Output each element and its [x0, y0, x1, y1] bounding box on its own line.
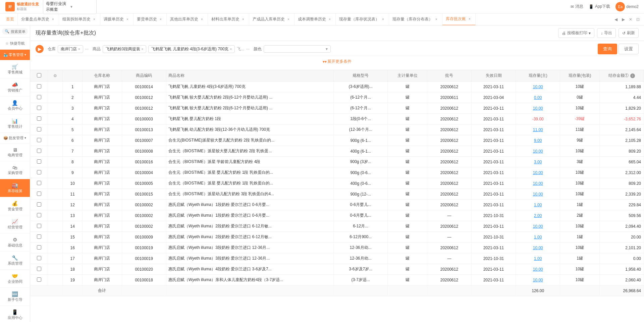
sidebar-item-ecommerce[interactable]: 🖥 电商管理 [0, 144, 30, 161]
sidebar-item-member[interactable]: 👤 会员中心 [0, 97, 30, 115]
nav-close-icon[interactable]: ✕ [627, 16, 634, 23]
row-qty-main-11[interactable]: 1.00 [516, 200, 560, 210]
close-requisition-history-icon[interactable]: × [158, 17, 163, 22]
message-action[interactable]: ✉ 消息 [571, 4, 583, 9]
row-select-6[interactable] [37, 149, 41, 153]
tab-product-in-history[interactable]: 产成品入库单历史 × [249, 13, 294, 25]
row-select-2[interactable] [37, 106, 41, 110]
user-profile[interactable]: Ea demo2 [615, 2, 639, 11]
sidebar-item-basic[interactable]: ⚙ 基础信息 [0, 233, 30, 252]
row-qty-main-0[interactable]: 10.00 [516, 82, 560, 92]
color-input[interactable]: ▾ [264, 45, 331, 53]
refresh-button[interactable]: ↺ 刷新 [619, 28, 639, 38]
row-select-14[interactable] [37, 234, 41, 239]
tab-other-out-history[interactable]: 其他出库单历史 × [167, 13, 208, 25]
sidebar-item-retail-shop[interactable]: 🛒 零售商城 [0, 60, 30, 78]
sidebar-item-retail[interactable]: 🏪 零售管理 ▼ [0, 50, 30, 60]
row-select-18[interactable] [37, 277, 41, 282]
close-stock-status-icon[interactable]: × [381, 17, 385, 22]
close-transfer-history-icon[interactable]: × [125, 17, 130, 22]
row-select-9[interactable] [37, 181, 41, 185]
row-select-0[interactable] [37, 84, 41, 89]
close-cost-adjust-history-icon[interactable]: × [327, 17, 332, 22]
nav-maximize-icon[interactable]: ⊡ [635, 16, 641, 23]
row-qty-main-13[interactable]: 10.00 [516, 221, 560, 232]
sidebar-item-enterprise[interactable]: 🤝 企业协同 [0, 270, 30, 288]
tab-stock-dist[interactable]: 现存量（库存分布表） × [389, 13, 442, 25]
product-tag-1-close[interactable]: × [230, 47, 232, 51]
row-qty-main-8[interactable]: 10.00 [516, 167, 560, 178]
row-select-17[interactable] [37, 267, 41, 271]
row-select-12[interactable] [37, 213, 41, 217]
product-more-dots[interactable]: ··· [246, 47, 250, 51]
close-batch-ledger-icon[interactable]: × [467, 17, 472, 21]
sidebar-item-inventory[interactable]: 🏭 库存核算 [0, 179, 30, 197]
tab-disassemble-history[interactable]: 组装拆卸单历史 × [59, 13, 100, 25]
sidebar-item-app-center[interactable]: 📱 应用中心 [0, 306, 30, 322]
select-all-checkbox[interactable] [37, 73, 41, 77]
row-select-3[interactable] [37, 116, 41, 121]
app-download-action[interactable]: 📱 App下载 [589, 4, 610, 9]
row-qty-main-3[interactable]: -39.00 [516, 114, 560, 124]
query-button[interactable]: 查询 [598, 44, 617, 54]
sidebar-item-finance[interactable]: 💰 资金管理 [0, 197, 30, 215]
sidebar-item-purchase[interactable]: 🛍 采购管理 [0, 161, 30, 179]
close-product-in-history-icon[interactable]: × [286, 17, 291, 22]
row-qty-main-15[interactable]: 10.00 [516, 243, 560, 253]
gear-icon[interactable]: ⚙ [53, 73, 57, 78]
sidebar-search-box[interactable]: 🔍 [2, 28, 28, 35]
tab-transfer-history[interactable]: 调拨单历史 × [100, 13, 133, 25]
nav-right-arrow[interactable]: ▶ [620, 16, 627, 23]
export-button[interactable]: ↓ 导出 [597, 28, 616, 38]
org-selector[interactable]: 母婴行业演示账套 ▾ [43, 0, 97, 14]
row-qty-main-1[interactable]: 0.00 [516, 92, 560, 103]
tab-stock-status[interactable]: 现存量（库存状况表） × [336, 13, 389, 25]
row-select-1[interactable] [37, 95, 41, 99]
close-other-out-history-icon[interactable]: × [200, 17, 204, 22]
row-qty-main-16[interactable]: 1.00 [516, 253, 560, 264]
row-select-11[interactable] [37, 202, 41, 207]
close-stock-dist-icon[interactable]: × [434, 17, 439, 22]
warehouse-tag-close[interactable]: × [78, 47, 80, 51]
sidebar-item-wholesale[interactable]: 📦 批发管理 ▼ [0, 133, 30, 144]
row-select-15[interactable] [37, 245, 41, 250]
close-material-out-history-icon[interactable]: × [241, 17, 246, 22]
row-select-16[interactable] [37, 256, 41, 260]
sidebar-item-operations[interactable]: 📈 经营管理 [0, 215, 30, 233]
balance-info-icon[interactable]: i [630, 73, 635, 78]
tab-material-out-history[interactable]: 材料出库单历史 × [208, 13, 249, 25]
row-qty-main-4[interactable]: 11.00 [516, 124, 560, 135]
expand-more-button[interactable]: ▾▾ 展开更多条件 [320, 57, 354, 66]
row-qty-main-9[interactable]: 10.00 [516, 178, 560, 189]
row-select-10[interactable] [37, 192, 41, 196]
row-qty-main-18[interactable]: 10.00 [516, 275, 560, 285]
row-select-4[interactable] [37, 127, 41, 131]
row-qty-main-10[interactable]: 10.00 [516, 189, 560, 200]
row-select-5[interactable] [37, 138, 41, 142]
row-qty-main-2[interactable]: 10.00 [516, 103, 560, 114]
tab-requisition-history[interactable]: 要货单历史 × [133, 13, 167, 25]
product-tag-0-close[interactable]: × [142, 47, 144, 51]
sidebar-item-retail-stats[interactable]: 📊 零售统计 [0, 115, 30, 133]
quick-nav-item[interactable]: ☆ 快捷导航 [0, 39, 30, 48]
row-select-8[interactable] [37, 170, 41, 174]
tab-batch-ledger[interactable]: 库存批次账 × [442, 13, 476, 25]
tab-home[interactable]: 首页 [3, 13, 18, 25]
row-qty-main-17[interactable]: 10.00 [516, 264, 560, 275]
row-qty-main-5[interactable]: 9.00 [516, 135, 560, 146]
row-qty-main-14[interactable]: 1.00 [516, 232, 560, 243]
sidebar-item-system[interactable]: 🔧 系统管理 [0, 252, 30, 270]
tab-split-history[interactable]: 分量盘点单历史 × [18, 13, 59, 25]
row-qty-main-6[interactable]: 10.00 [516, 146, 560, 157]
nav-left-arrow[interactable]: ◀ [612, 16, 619, 23]
close-split-history-icon[interactable]: × [51, 17, 55, 22]
row-qty-main-7[interactable]: 3.00 [516, 157, 560, 167]
expand-filter-button[interactable]: ▶ [36, 45, 44, 53]
close-disassemble-history-icon[interactable]: × [92, 17, 97, 22]
sidebar-item-marketing[interactable]: 📣 营销推广 [0, 78, 30, 97]
row-select-7[interactable] [37, 159, 41, 164]
template-print-button[interactable]: 🖨 按模板打印 ▾ [558, 28, 594, 38]
row-select-13[interactable] [37, 224, 41, 228]
search-input[interactable] [11, 30, 29, 34]
warehouse-more[interactable]: ··· [85, 47, 89, 51]
